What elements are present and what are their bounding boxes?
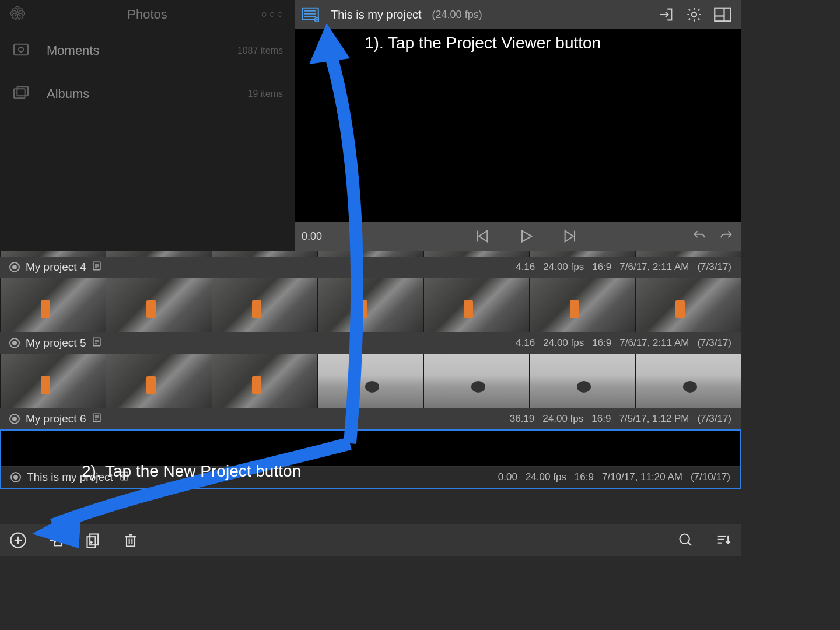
project-fps: 24.00 fps [526, 471, 566, 483]
transport-bar: 0.00 [295, 222, 741, 251]
project-row[interactable]: My project 4 4.16 24.00 fps 16:9 7/6/17,… [0, 257, 741, 278]
viewer-panel: This is my project (24.00 fps) [295, 0, 741, 251]
project-duration: 0.00 [498, 471, 517, 483]
project-list: My project 4 4.16 24.00 fps 16:9 7/6/17,… [0, 251, 741, 489]
project-modified: 7/10/17, 11:20 AM [602, 471, 682, 483]
svg-line-58 [688, 542, 692, 546]
photos-app-icon [9, 5, 26, 24]
svg-rect-11 [17, 86, 28, 96]
sidebar-title: Photos [127, 7, 167, 22]
project-created: (7/3/17) [697, 413, 732, 425]
project-name: My project 6 [26, 412, 86, 425]
timecode-label: 0.00 [302, 230, 360, 243]
viewer-header: This is my project (24.00 fps) [295, 0, 741, 29]
project-modified: 7/6/17, 2:11 AM [620, 337, 689, 349]
thumb-strip-empty[interactable] [1, 430, 740, 467]
project-fps: 24.00 fps [543, 337, 584, 349]
sort-button[interactable] [715, 532, 732, 548]
project-row[interactable]: My project 5 4.16 24.00 fps 16:9 7/6/17,… [0, 332, 741, 354]
project-row-selected[interactable]: This is my project 0.00 24.00 fps 16:9 7… [0, 429, 741, 489]
project-created: (7/10/17) [691, 471, 730, 483]
select-project-icon[interactable] [9, 414, 20, 424]
settings-button[interactable] [684, 4, 705, 25]
delete-button[interactable] [123, 532, 139, 548]
sidebar-header: Photos ○○○ [0, 0, 295, 29]
project-title: This is my project [331, 8, 422, 22]
preview-viewport[interactable] [295, 29, 741, 222]
select-project-icon[interactable] [10, 472, 21, 482]
moments-icon [12, 40, 33, 61]
project-duration: 4.16 [516, 337, 535, 349]
select-project-icon[interactable] [9, 338, 20, 348]
project-aspect: 16:9 [592, 261, 611, 273]
sidebar-item-albums[interactable]: Albums 19 items [0, 72, 295, 116]
project-created: (7/3/17) [697, 337, 732, 349]
sidebar-item-moments[interactable]: Moments 1087 items [0, 29, 295, 72]
bottom-toolbar [0, 524, 741, 556]
duplicate-button[interactable] [85, 532, 102, 548]
more-options-icon[interactable]: ○○○ [261, 8, 285, 20]
project-row[interactable]: My project 6 36.19 24.00 fps 16:9 7/5/17… [0, 408, 741, 429]
project-modified: 7/5/17, 1:12 PM [619, 413, 689, 425]
svg-point-9 [19, 47, 23, 52]
sidebar-item-label: Albums [47, 86, 234, 102]
svg-point-19 [692, 12, 696, 17]
notes-icon[interactable] [92, 412, 102, 426]
project-aspect: 16:9 [575, 471, 594, 483]
redo-button[interactable] [719, 229, 734, 244]
notes-icon[interactable] [92, 337, 102, 350]
project-fps-label: (24.00 fps) [432, 9, 482, 21]
svg-marker-26 [565, 231, 573, 242]
thumb-strip-partial [0, 251, 741, 257]
import-button[interactable] [48, 532, 64, 548]
project-viewer-button[interactable] [302, 7, 319, 22]
undo-button[interactable] [692, 229, 707, 244]
sidebar-item-label: Moments [47, 43, 223, 58]
notes-icon[interactable] [119, 471, 130, 484]
svg-rect-8 [14, 44, 28, 55]
play-button[interactable] [518, 228, 534, 244]
project-name: This is my project [27, 471, 113, 484]
project-name: My project 5 [26, 337, 86, 349]
new-project-button[interactable] [9, 531, 27, 549]
export-button[interactable] [656, 4, 677, 25]
sidebar-item-count: 19 items [248, 89, 283, 99]
project-created: (7/3/17) [697, 261, 732, 273]
prev-frame-button[interactable] [474, 228, 490, 244]
notes-icon[interactable] [92, 261, 102, 274]
svg-point-57 [680, 534, 690, 544]
layout-button[interactable] [712, 5, 734, 24]
thumb-strip[interactable] [0, 278, 741, 332]
next-frame-button[interactable] [562, 228, 579, 244]
project-name: My project 4 [26, 261, 86, 274]
svg-rect-10 [14, 89, 25, 98]
svg-rect-20 [715, 8, 731, 22]
project-fps: 24.00 fps [543, 261, 584, 273]
sidebar-item-count: 1087 items [237, 46, 283, 56]
project-aspect: 16:9 [592, 413, 611, 425]
svg-marker-25 [522, 231, 531, 242]
albums-icon [12, 83, 33, 104]
photos-sidebar: Photos ○○○ Moments 1087 items Albums 19 … [0, 0, 295, 251]
project-duration: 4.16 [516, 261, 535, 273]
svg-rect-52 [127, 537, 135, 546]
thumb-strip[interactable] [0, 354, 741, 408]
select-project-icon[interactable] [9, 262, 20, 272]
project-fps: 24.00 fps [542, 413, 583, 425]
svg-marker-24 [479, 231, 487, 242]
project-modified: 7/6/17, 2:11 AM [620, 261, 689, 273]
search-button[interactable] [678, 532, 694, 548]
project-aspect: 16:9 [592, 337, 611, 349]
project-duration: 36.19 [510, 413, 535, 425]
